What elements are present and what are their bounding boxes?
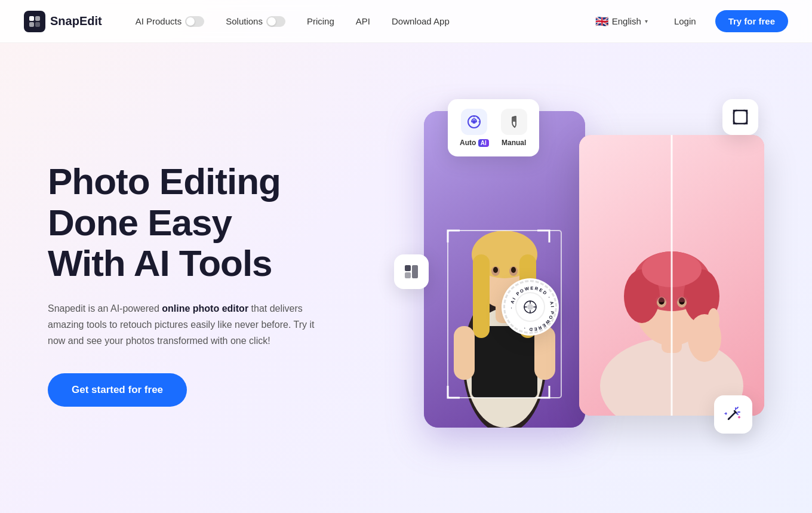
- svg-point-33: [676, 296, 688, 302]
- ai-products-toggle[interactable]: [185, 16, 204, 27]
- nav-item-ai-products[interactable]: AI Products: [126, 11, 214, 32]
- auto-mode-icon: [461, 109, 487, 135]
- layout-card[interactable]: [394, 254, 429, 289]
- svg-point-15: [493, 267, 498, 273]
- navigation: SnapEdit AI Products Solutions Pricing A…: [0, 0, 812, 43]
- svg-rect-1: [35, 16, 40, 21]
- svg-point-46: [728, 417, 730, 420]
- svg-rect-11: [473, 254, 490, 338]
- nav-label-ai-products: AI Products: [136, 16, 182, 26]
- nav-label-download-app: Download App: [392, 16, 450, 26]
- chevron-down-icon: ▾: [645, 18, 648, 24]
- nav-label-api: API: [356, 16, 370, 26]
- nav-item-pricing[interactable]: Pricing: [297, 11, 344, 31]
- svg-rect-39: [405, 265, 411, 271]
- svg-point-45: [527, 304, 533, 310]
- photo-secondary: [579, 135, 764, 416]
- svg-point-32: [656, 296, 668, 302]
- photo-main: [424, 111, 585, 428]
- svg-rect-40: [405, 272, 411, 278]
- svg-rect-42: [734, 110, 747, 124]
- nav-right: 🇬🇧 English ▾ Login Try for free: [588, 10, 788, 33]
- ai-powered-badge: · AI POWERED · AI POWERED ·: [502, 278, 559, 336]
- brand-name: SnapEdit: [50, 14, 102, 28]
- ai-inner-icon: [515, 292, 545, 322]
- nav-item-solutions[interactable]: Solutions: [216, 11, 295, 32]
- manual-mode-icon: [501, 109, 527, 135]
- svg-rect-3: [35, 22, 40, 27]
- svg-rect-41: [412, 265, 418, 278]
- hero-title: Photo Editing Done Easy With AI Tools: [48, 161, 370, 284]
- language-selector[interactable]: 🇬🇧 English ▾: [588, 10, 655, 33]
- language-label: English: [612, 16, 641, 26]
- ai-circle: · AI POWERED · AI POWERED ·: [503, 280, 557, 334]
- logo-icon: [24, 11, 45, 32]
- manual-mode-option[interactable]: Manual: [501, 109, 527, 147]
- logo[interactable]: SnapEdit: [24, 11, 102, 32]
- nav-label-pricing: Pricing: [307, 16, 334, 26]
- svg-rect-17: [454, 326, 475, 380]
- ai-badge: AI: [478, 139, 489, 147]
- solutions-toggle[interactable]: [266, 16, 285, 27]
- hero-visual: Auto AI Manual: [394, 87, 764, 481]
- get-started-button[interactable]: Get started for free: [48, 373, 187, 407]
- login-button[interactable]: Login: [665, 11, 706, 31]
- try-for-free-button[interactable]: Try for free: [715, 10, 788, 32]
- magic-wand-card[interactable]: [714, 395, 752, 434]
- auto-mode-label: Auto AI: [460, 139, 489, 147]
- nav-item-api[interactable]: API: [346, 11, 380, 31]
- svg-point-38: [472, 120, 476, 124]
- nav-item-download-app[interactable]: Download App: [382, 11, 459, 31]
- hero-description-bold: online photo editor: [162, 303, 248, 314]
- hero-description: Snapedit is an AI-powered online photo e…: [48, 300, 334, 349]
- svg-point-16: [511, 267, 516, 273]
- hero-section: Photo Editing Done Easy With AI Tools Sn…: [0, 43, 812, 513]
- mode-selector-card: Auto AI Manual: [448, 99, 539, 156]
- nav-links: AI Products Solutions Pricing API Downlo…: [126, 11, 588, 32]
- crop-card[interactable]: [722, 99, 758, 135]
- hero-content: Photo Editing Done Easy With AI Tools Sn…: [48, 161, 370, 406]
- nav-label-solutions: Solutions: [226, 16, 263, 26]
- manual-mode-label: Manual: [502, 139, 526, 147]
- svg-point-35: [708, 308, 719, 332]
- auto-mode-option[interactable]: Auto AI: [460, 109, 489, 147]
- svg-rect-0: [29, 16, 34, 21]
- flag-icon: 🇬🇧: [595, 15, 608, 28]
- svg-rect-2: [29, 22, 34, 27]
